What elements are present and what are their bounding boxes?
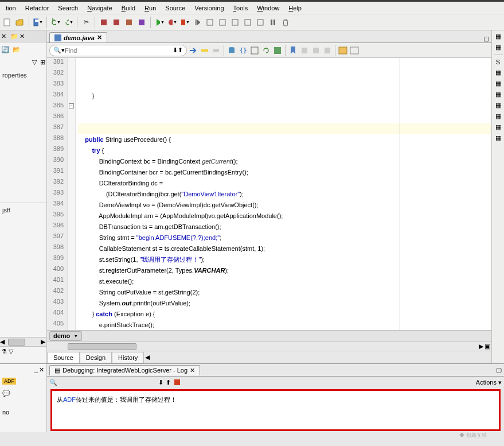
bp-close-icon[interactable]: ✕ xyxy=(39,366,44,374)
adf-icon[interactable]: ADF xyxy=(2,378,16,385)
commit-icon[interactable] xyxy=(272,45,283,56)
strip-icon[interactable]: ▦ xyxy=(495,113,501,120)
menu-item[interactable]: Navigate xyxy=(83,3,116,13)
tab-x-icon[interactable]: ✕ xyxy=(1,33,9,41)
find-input[interactable] xyxy=(65,47,173,54)
bp-search-icon[interactable]: 🔍 xyxy=(49,379,57,386)
bookmark-list-icon[interactable] xyxy=(322,45,333,56)
actions-dropdown[interactable]: Actions ▾ xyxy=(476,379,502,386)
stop-icon[interactable]: ▼ xyxy=(179,17,190,28)
restore-icon[interactable]: ▢ xyxy=(483,35,489,42)
strip-icon[interactable]: ▦ xyxy=(495,102,501,109)
code-editor[interactable]: 3813823833843853863873883893903913923933… xyxy=(47,58,491,330)
tree-icon[interactable]: ⊞ xyxy=(40,59,45,66)
strip-icon[interactable]: ▦ xyxy=(495,123,501,131)
menu-item[interactable]: tion xyxy=(1,3,21,13)
fold-gutter[interactable]: − xyxy=(68,58,76,330)
filter-icon[interactable]: ▽ xyxy=(32,59,37,66)
bookmark-next-icon[interactable] xyxy=(311,45,321,56)
trash-icon[interactable] xyxy=(280,17,291,28)
step-icon[interactable] xyxy=(243,17,253,28)
project-properties[interactable]: roperties xyxy=(2,71,44,80)
menu-item[interactable]: Run xyxy=(140,3,161,13)
clean-icon[interactable] xyxy=(124,17,134,28)
close-tab-icon[interactable]: ✕ xyxy=(97,34,102,41)
find-prev-icon[interactable]: ⬇ xyxy=(173,46,178,54)
new-icon[interactable] xyxy=(2,17,13,28)
build-icon[interactable] xyxy=(136,17,147,28)
view2-icon[interactable] xyxy=(349,45,360,56)
bp-stop-icon[interactable] xyxy=(173,378,181,386)
menu-item[interactable]: Versioning xyxy=(190,3,228,13)
rebuild-icon[interactable] xyxy=(111,17,122,28)
bp-up-icon[interactable]: ⬆ xyxy=(166,379,171,386)
menu-item[interactable]: Window xyxy=(252,3,284,13)
file-item[interactable]: jsff xyxy=(2,205,44,215)
right-toolbar-strip: ▦ ▦ S ▦ ▦ ▦ ▦ ▦ ▦ ▦ xyxy=(491,30,504,363)
debug-icon[interactable]: ▼ xyxy=(167,17,177,28)
svg-rect-12 xyxy=(245,20,251,25)
log-output[interactable]: 从ADF传过来的值是：我调用了存储过程！ xyxy=(50,389,501,431)
resume-icon[interactable] xyxy=(192,17,202,28)
step-out-icon[interactable] xyxy=(230,17,240,28)
strip-icon[interactable]: ▦ xyxy=(495,44,501,51)
bp-down-icon[interactable]: ⬇ xyxy=(158,379,163,386)
svg-rect-14 xyxy=(271,20,272,25)
open-icon[interactable] xyxy=(15,17,25,28)
tab-folder-icon[interactable]: 📁 xyxy=(10,33,18,41)
tab-source[interactable]: Source xyxy=(47,352,80,363)
subtab-demo[interactable]: demo ▾ xyxy=(49,331,82,341)
close-debug-tab-icon[interactable]: ✕ xyxy=(190,367,195,374)
cut-icon[interactable]: ✂ xyxy=(81,17,91,28)
menu-item[interactable]: Source xyxy=(161,3,190,13)
bp-minimize-icon[interactable]: _ xyxy=(34,366,38,374)
tab-x2-icon[interactable]: ✕ xyxy=(19,33,28,41)
output-suffix: 传过来的值是：我调用了存储过程！ xyxy=(76,396,177,403)
undo-icon[interactable]: ▼ xyxy=(50,17,61,28)
run-icon[interactable]: ▼ xyxy=(154,17,165,28)
file-tab[interactable]: demo.java ✕ xyxy=(49,32,107,42)
speech-icon[interactable]: 💬 xyxy=(2,390,10,397)
step-into-icon[interactable] xyxy=(217,17,228,28)
strip-icon[interactable]: S xyxy=(496,59,500,65)
highlight-icon[interactable] xyxy=(200,45,210,56)
funnel-icon[interactable]: ▽ xyxy=(9,348,13,362)
binoculars-icon[interactable]: 🔍▾ xyxy=(53,46,65,54)
step-over-icon[interactable] xyxy=(205,17,215,28)
bookmark-icon[interactable] xyxy=(288,45,298,56)
menu-item[interactable]: Refactor xyxy=(21,3,54,13)
bp-restore-icon[interactable]: ▢ xyxy=(496,366,502,374)
continue-icon[interactable] xyxy=(255,17,265,28)
make-icon[interactable] xyxy=(99,17,109,28)
menu-item[interactable]: Help xyxy=(284,3,306,13)
menu-item[interactable]: Build xyxy=(117,3,140,13)
db-icon[interactable] xyxy=(226,45,237,56)
pause-icon[interactable] xyxy=(268,17,278,28)
tab-design[interactable]: Design xyxy=(80,352,112,363)
strip-icon[interactable]: ▦ xyxy=(495,33,501,40)
debug-tab[interactable]: ▤ Debugging: IntegratedWebLogicServer - … xyxy=(49,365,200,375)
save-icon[interactable]: ▼ xyxy=(33,17,43,28)
menu-item[interactable]: Tools xyxy=(229,3,253,13)
step-icon2[interactable] xyxy=(249,45,260,56)
bookmark-prev-icon[interactable] xyxy=(299,45,310,56)
menu-item[interactable]: Search xyxy=(53,3,83,13)
find-next-icon[interactable]: ⬆ xyxy=(178,46,183,54)
view1-icon[interactable] xyxy=(338,45,348,56)
folder-icon[interactable]: 📂 xyxy=(13,46,21,53)
svg-rect-27 xyxy=(350,47,358,54)
redo-icon[interactable]: ▼ xyxy=(63,17,73,28)
strip-icon[interactable]: ▦ xyxy=(495,80,501,87)
strip-icon[interactable]: ▦ xyxy=(495,134,501,142)
eraser-icon[interactable] xyxy=(211,45,221,56)
strip-icon[interactable]: ▦ xyxy=(495,91,501,98)
strip-icon[interactable]: ▦ xyxy=(495,69,501,76)
refresh2-icon[interactable] xyxy=(261,45,271,56)
refresh-icon[interactable]: 🔄 xyxy=(1,46,9,53)
tab-history[interactable]: History xyxy=(112,352,144,363)
svg-rect-15 xyxy=(274,20,275,25)
bottom-panel: _✕ ADF 💬 no ▤ Debugging: IntegratedWebLo… xyxy=(0,363,504,432)
toggle-filter-icon[interactable]: ⚗ xyxy=(1,348,7,362)
goto-icon[interactable] xyxy=(188,45,198,56)
braces-icon[interactable]: {} xyxy=(238,45,248,56)
